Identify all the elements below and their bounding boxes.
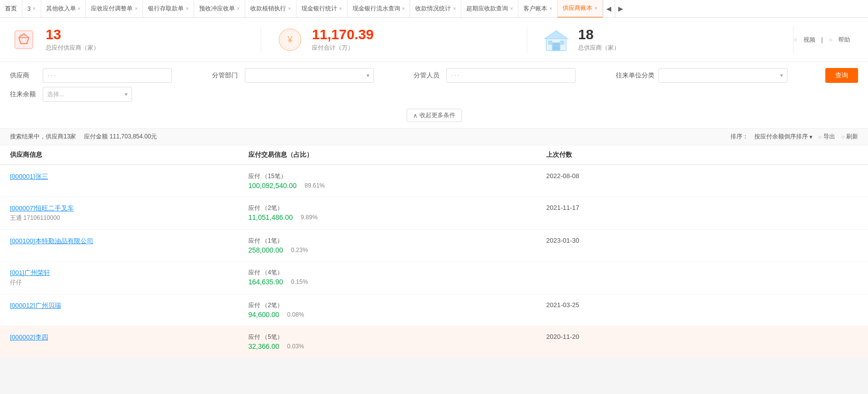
nav-tab-3[interactable]: 3 ×: [22, 0, 41, 18]
row1-supplier-link[interactable]: [000001]张三: [10, 173, 48, 180]
nav-tab-payment-verify-label: 收款核销执行: [250, 4, 286, 13]
nav-arrow-left[interactable]: ◀: [603, 0, 615, 18]
row6-tx-amount[interactable]: 32,366.00: [248, 342, 279, 350]
table-header: 供应商信息 应付交易信息（占比） 上次付数: [0, 145, 868, 165]
person-filter-input[interactable]: ···: [446, 68, 576, 83]
export-button[interactable]: ○ 导出: [818, 132, 835, 141]
row2-transaction: 应付 （2笔） 11,051,486.00 9.89%: [248, 204, 546, 221]
row2-supplier-link[interactable]: [000007]恒旺二手叉车: [10, 204, 74, 212]
summary-card-payable-suppliers: 13 总应付供应商（家）: [10, 26, 261, 54]
nav-tab-bank-deposit-close[interactable]: ×: [186, 6, 189, 11]
refresh-button[interactable]: ○ 刷新: [841, 132, 858, 141]
nav-tab-ar-ap-adjust[interactable]: 应收应付调整单 ×: [86, 0, 143, 18]
circle-icon: ○: [794, 36, 797, 43]
row1-tx-count: （15笔）: [262, 173, 286, 180]
nav-tab-overdue-ar[interactable]: 超期应收款查询 ×: [461, 0, 518, 18]
row2-last-pay: 2021-11-17: [546, 204, 858, 211]
row3-supplier: [000100]本特勤油品有限公司: [10, 237, 248, 246]
dept-filter-select[interactable]: ▾: [245, 68, 374, 83]
refresh-icon: ○: [841, 133, 845, 140]
nav-tab-overdue-ar-close[interactable]: ×: [510, 6, 513, 11]
nav-tab-customer-book-label: 客户账本: [523, 4, 547, 13]
nav-tab-ar-ap-adjust-label: 应收应付调整单: [91, 4, 133, 13]
nav-tab-ar-ap-adjust-close[interactable]: ×: [135, 6, 138, 11]
row1-tx-label: 应付 （15笔）: [248, 172, 546, 181]
row3-tx-info: 应付 （1笔） 258,000.00 0.23%: [248, 237, 546, 254]
filter-item-supplier: 供应商 ···: [10, 68, 212, 83]
nav-tab-payment-verify-close[interactable]: ×: [288, 6, 291, 11]
supplier-filter-label: 供应商: [10, 71, 40, 80]
nav-tab-3-close[interactable]: ×: [33, 6, 36, 11]
row2-tx-count: （2笔）: [262, 204, 283, 211]
nav-tab-supplier-book[interactable]: 供应商账本 ×: [558, 0, 603, 18]
balance-filter-select[interactable]: 选择... ▾: [43, 87, 132, 102]
row3-tx-amount[interactable]: 258,000.00: [248, 246, 283, 254]
nav-tab-supplier-book-close[interactable]: ×: [594, 5, 597, 11]
result-actions: 排序： 按应付余额倒序排序 ▾ ○ 导出 ○ 刷新: [730, 132, 859, 141]
nav-tab-bank-deposit[interactable]: 银行存取款单 ×: [143, 0, 194, 18]
row5-tx-label: 应付 （2笔）: [248, 301, 546, 310]
sort-value: 按应付余额倒序排序: [754, 132, 808, 141]
category-filter-label: 往来单位分类: [616, 71, 655, 80]
row4-tx-label: 应付 （4笔）: [248, 268, 546, 277]
nav-tab-home-label: 首页: [5, 4, 17, 13]
row3-supplier-link[interactable]: [000100]本特勤油品有限公司: [10, 237, 93, 245]
wheat-icon: ¥: [276, 26, 304, 54]
row4-supplier-link[interactable]: [001]广州荣轩: [10, 269, 50, 276]
row6-tx-count: （5笔）: [262, 333, 283, 340]
row4-supplier-sub: 仔仔: [10, 278, 248, 287]
nav-tab-3-label: 3: [27, 5, 31, 12]
row6-tx-info: 应付 （5笔） 32,366.00 0.03%: [248, 333, 546, 350]
row6-tx-percent: 0.03%: [287, 343, 304, 350]
row1-tx-amount[interactable]: 100,092,540.00: [248, 182, 296, 190]
category-filter-select[interactable]: ▾: [658, 68, 788, 83]
nav-tab-other-income[interactable]: 其他收入单 ×: [41, 0, 86, 18]
row4-tx-count: （4笔）: [262, 269, 283, 276]
row6-tx-row: 32,366.00 0.03%: [248, 342, 546, 350]
filter-row-1: 供应商 ··· 分管部门 ▾ 分管人员 ··· 往来单位分类 ▾: [10, 68, 858, 83]
collapse-button[interactable]: ∧ 收起更多条件: [407, 109, 462, 122]
row4-tx-amount[interactable]: 164,635.90: [248, 278, 283, 286]
summary-card-total-suppliers: 18 总供应商（家）: [527, 26, 794, 54]
video-link[interactable]: 视频: [803, 36, 815, 44]
help-link[interactable]: 帮助: [838, 36, 850, 44]
nav-tab-other-income-close[interactable]: ×: [78, 6, 81, 11]
row5-tx-amount[interactable]: 94,600.00: [248, 311, 279, 319]
row3-tx-percent: 0.23%: [291, 247, 308, 254]
row3-last-pay: 2023-01-30: [546, 237, 858, 244]
row5-tx-percent: 0.08%: [287, 311, 304, 318]
result-text1: 搜索结果中，供应商13家: [10, 132, 76, 141]
nav-tab-cash-bank-stat-close[interactable]: ×: [339, 6, 342, 11]
filter-section: 供应商 ··· 分管部门 ▾ 分管人员 ··· 往来单位分类 ▾: [0, 62, 868, 129]
nav-tab-customer-book-close[interactable]: ×: [549, 6, 552, 11]
nav-arrow-right[interactable]: ▶: [615, 0, 627, 18]
row2-tx-row: 11,051,486.00 9.89%: [248, 213, 546, 221]
nav-tab-customer-book[interactable]: 客户账本 ×: [518, 0, 558, 18]
nav-tab-home[interactable]: 首页: [0, 0, 22, 18]
row5-tx-count: （2笔）: [262, 302, 283, 309]
nav-tab-prepay-ar[interactable]: 预收冲应收单 ×: [194, 0, 245, 18]
sort-label: 排序：: [730, 132, 748, 141]
nav-tab-prepay-ar-close[interactable]: ×: [237, 6, 240, 11]
row4-transaction: 应付 （4笔） 164,635.90 0.15%: [248, 268, 546, 286]
nav-tab-cash-bank-flow-close[interactable]: ×: [402, 6, 405, 11]
supplier-filter-input[interactable]: ···: [43, 68, 172, 83]
search-button[interactable]: 查询: [825, 68, 858, 83]
row6-supplier-link[interactable]: [000002]李四: [10, 333, 48, 341]
row2-tx-amount[interactable]: 11,051,486.00: [248, 213, 293, 221]
nav-tab-payment-verify[interactable]: 收款核销执行 ×: [245, 0, 296, 18]
result-text2: 应付金额 111,703,854.00元: [84, 132, 157, 141]
sort-select[interactable]: 按应付余额倒序排序 ▾: [754, 132, 812, 141]
filter-item-dept: 分管部门 ▾: [212, 68, 414, 83]
nav-tab-payment-stat[interactable]: 收款情况统计 ×: [410, 0, 461, 18]
row2-tx-percent: 9.89%: [301, 214, 318, 221]
payable-suppliers-label: 总应付供应商（家）: [46, 44, 99, 52]
nav-tab-payment-stat-label: 收款情况统计: [415, 4, 451, 13]
nav-tab-cash-bank-flow[interactable]: 现金银行流水查询 ×: [348, 0, 411, 18]
row5-supplier-link[interactable]: [000012]广州贝瑞: [10, 302, 61, 309]
row3-tx-label: 应付 （1笔）: [248, 237, 546, 245]
help-icon-circle: ○: [829, 36, 832, 43]
row4-supplier: [001]广州荣轩 仔仔: [10, 268, 248, 287]
nav-tab-payment-stat-close[interactable]: ×: [453, 6, 456, 11]
nav-tab-cash-bank-stat[interactable]: 现金银行统计 ×: [296, 0, 348, 18]
